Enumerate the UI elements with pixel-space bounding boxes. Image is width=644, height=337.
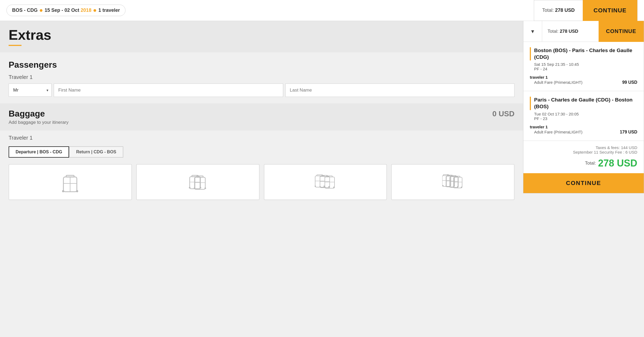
svg-rect-17 xyxy=(204,187,206,189)
svg-rect-4 xyxy=(62,190,64,192)
luggage-card-1[interactable] xyxy=(9,164,132,200)
flight2-pf: PF - 23 xyxy=(530,116,637,121)
traveler1-label: Traveler 1 xyxy=(0,73,523,84)
title-select-wrapper[interactable]: Mr Mrs Ms Dr ▾ xyxy=(9,84,52,97)
summary-total-text: Total: xyxy=(548,29,559,34)
baggage-tabs: Departure | BOS - CDG Return | CDG - BOS xyxy=(0,146,523,158)
summary-total-amount: 278 USD xyxy=(560,29,578,34)
baggage-header: Baggage 0 USD xyxy=(9,109,515,119)
trip-dates: 15 Sep - 02 Oct 2018 xyxy=(45,8,91,13)
svg-rect-34 xyxy=(324,187,326,188)
flight1-fare-amount: 99 USD xyxy=(622,80,637,85)
luggage-icon-1-bag xyxy=(59,170,81,194)
top-total-amount: 278 USD xyxy=(555,8,575,13)
svg-rect-22 xyxy=(315,186,316,187)
flight1-fare-type: Adult Fare (PrimeraLIGHT) xyxy=(534,80,582,85)
security-fee-label: September 11 Security Fee : 6 USD xyxy=(530,150,637,154)
flight2-route: Paris - Charles de Gaulle (CDG) - Boston… xyxy=(530,97,637,110)
first-name-input[interactable] xyxy=(54,84,283,97)
svg-rect-58 xyxy=(453,187,454,188)
top-continue-button[interactable]: CONTINUE xyxy=(583,0,637,21)
svg-rect-40 xyxy=(442,185,444,186)
top-total-label: Total: xyxy=(542,8,554,13)
passengers-section: Passengers Traveler 1 Mr Mrs Ms Dr ▾ xyxy=(0,52,523,103)
luggage-card-2[interactable] xyxy=(136,164,260,200)
trip-summary: BOS - CDG 15 Sep - 02 Oct 2018 1 travele… xyxy=(6,5,125,16)
svg-rect-35 xyxy=(333,187,334,188)
flight2-datetime: Tue 02 Oct 17:30 - 20:05 xyxy=(530,112,637,116)
total-final-label: Total: xyxy=(585,161,596,166)
svg-rect-46 xyxy=(445,186,447,187)
tab-return[interactable]: Return | CDG - BOS xyxy=(69,146,123,158)
traveler-count: 1 traveler xyxy=(98,8,120,13)
summary-continue-button[interactable]: CONTINUE xyxy=(599,21,644,42)
top-bar: BOS - CDG 15 Sep - 02 Oct 2018 1 travele… xyxy=(0,0,644,21)
flight1-pf: PF - 24 xyxy=(530,67,637,71)
flight2-fare-amount: 179 USD xyxy=(620,130,637,135)
trip-route: BOS - CDG xyxy=(12,8,38,13)
main-layout: Extras Passengers Traveler 1 Mr Mrs Ms D… xyxy=(0,21,644,337)
flight2-fare-type: Adult Fare (PrimeraLIGHT) xyxy=(534,130,582,135)
svg-rect-10 xyxy=(189,187,190,189)
extras-title: Extras xyxy=(9,27,515,43)
luggage-icon-3-bags xyxy=(315,170,336,194)
summary-content: Boston (BOS) - Paris - Charles de Gaulle… xyxy=(523,42,644,193)
tab-departure[interactable]: Departure | BOS - CDG xyxy=(9,146,69,158)
luggage-icon-2-bags xyxy=(187,170,208,194)
dot-separator-1 xyxy=(40,9,42,12)
luggage-card-3[interactable] xyxy=(264,164,387,200)
baggage-price: 0 USD xyxy=(492,110,515,118)
bottom-continue-button[interactable]: CONTINUE xyxy=(523,173,644,193)
baggage-title: Baggage xyxy=(9,109,45,119)
summary-total-label: Total: 278 USD xyxy=(542,29,599,34)
svg-rect-52 xyxy=(449,186,451,187)
svg-rect-5 xyxy=(76,190,78,192)
svg-rect-28 xyxy=(319,186,321,187)
chevron-icon: ▾ xyxy=(531,28,534,35)
left-panel: Extras Passengers Traveler 1 Mr Mrs Ms D… xyxy=(0,21,523,337)
summary-toggle-chevron[interactable]: ▾ xyxy=(523,21,542,42)
baggage-desc: Add baggage to your itinerary xyxy=(9,120,515,125)
total-final-amount: 278 USD xyxy=(598,158,637,169)
flight2-traveler: traveler 1 xyxy=(530,125,637,129)
flight1-datetime: Sat 15 Sep 21:35 - 10:45 xyxy=(530,62,637,67)
luggage-options xyxy=(0,158,523,206)
dot-separator-2 xyxy=(93,9,96,12)
top-right-actions: Total: 278 USD CONTINUE xyxy=(534,0,638,21)
baggage-section: Baggage 0 USD Add baggage to your itiner… xyxy=(0,103,523,131)
summary-toggle-bar: ▾ Total: 278 USD CONTINUE xyxy=(523,21,644,42)
extras-header: Extras xyxy=(0,21,523,52)
title-select[interactable]: Mr Mrs Ms Dr xyxy=(9,84,52,97)
total-row: Total: 278 USD xyxy=(523,157,644,173)
svg-rect-59 xyxy=(461,187,462,188)
flight1-summary: Boston (BOS) - Paris - Charles de Gaulle… xyxy=(523,42,644,91)
top-total-display: Total: 278 USD xyxy=(534,8,583,13)
passenger-form: Mr Mrs Ms Dr ▾ xyxy=(0,84,523,103)
passengers-heading: Passengers xyxy=(0,52,523,73)
traveler-baggage-label: Traveler 1 xyxy=(0,131,523,143)
last-name-input[interactable] xyxy=(285,84,515,97)
taxes-section: Taxes & fees: 144 USD September 11 Secur… xyxy=(523,141,644,157)
taxes-fees-label: Taxes & fees: 144 USD xyxy=(530,145,637,150)
luggage-card-4[interactable] xyxy=(391,164,515,200)
summary-panel: ▾ Total: 278 USD CONTINUE Boston (BOS) -… xyxy=(523,21,644,193)
flight2-summary: Paris - Charles de Gaulle (CDG) - Boston… xyxy=(523,91,644,140)
extras-underline xyxy=(9,45,21,46)
flight1-route: Boston (BOS) - Paris - Charles de Gaulle… xyxy=(530,47,637,60)
flight1-fare-row: Adult Fare (PrimeraLIGHT) 99 USD xyxy=(530,79,637,85)
flight2-fare-row: Adult Fare (PrimeraLIGHT) 179 USD xyxy=(530,129,637,135)
luggage-icon-4-bags xyxy=(442,170,464,194)
flight1-traveler: traveler 1 xyxy=(530,75,637,79)
svg-rect-16 xyxy=(194,187,195,189)
